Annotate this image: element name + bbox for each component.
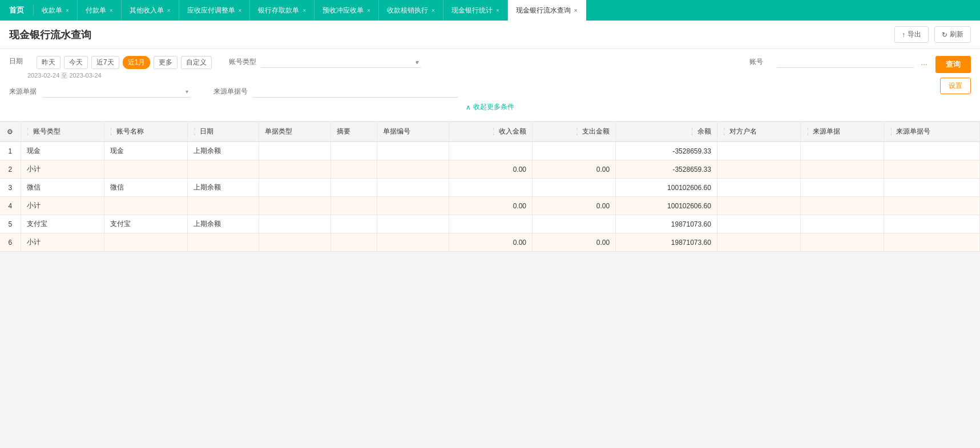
nav-tab-2[interactable]: 其他收入单 ×: [122, 0, 179, 21]
table-cell-doc_type: [259, 142, 330, 160]
table-row-num: 1: [0, 142, 21, 160]
refresh-button[interactable]: ↻ 刷新: [934, 26, 971, 43]
table-cell-expense: [533, 142, 616, 160]
close-icon[interactable]: ×: [239, 7, 242, 14]
table-cell-source_doc: [800, 215, 884, 233]
table-cell-source_doc: [800, 197, 884, 215]
table-cell-counterpart: [717, 142, 800, 160]
table-cell-expense: 0.00: [533, 197, 616, 215]
col-income[interactable]: ↑↓ 收入金额: [449, 122, 532, 142]
nav-tab-3[interactable]: 应收应付调整单 ×: [179, 0, 251, 21]
table-cell-source_doc: [800, 160, 884, 179]
table-cell-balance: 100102606.60: [616, 197, 717, 215]
source-doc-wrapper: 来源单据 ▾: [9, 86, 191, 98]
close-icon[interactable]: ×: [66, 7, 69, 14]
col-date[interactable]: ↑↓ 日期: [187, 122, 259, 142]
table-cell-expense: 0.00: [533, 160, 616, 179]
filter-row2: 来源单据 ▾ 来源单据号: [9, 86, 930, 98]
col-summary[interactable]: 摘要: [330, 122, 377, 142]
export-button[interactable]: ↑ 导出: [894, 26, 929, 43]
col-acct-name[interactable]: ↑↓ 账号名称: [104, 122, 187, 142]
close-icon[interactable]: ×: [167, 7, 171, 14]
table-cell-doc_no: [377, 197, 449, 215]
nav-tab-4[interactable]: 银行存取款单 ×: [250, 0, 314, 21]
source-doc-no-input[interactable]: [252, 86, 458, 98]
table-cell-date: [187, 160, 259, 179]
table-cell-source_doc_no: [884, 197, 980, 215]
table-cell-summary: [330, 197, 377, 215]
gear-icon[interactable]: ⚙: [7, 128, 13, 136]
nav-tab-1[interactable]: 付款单 ×: [78, 0, 122, 21]
settings-button[interactable]: 设置: [940, 78, 971, 94]
nav-tab-0[interactable]: 收款单 ×: [34, 0, 78, 21]
col-doc-type[interactable]: 单据类型: [259, 122, 330, 142]
date-btn-more[interactable]: 更多: [154, 56, 178, 69]
nav-tab-5[interactable]: 预收冲应收单 ×: [314, 0, 379, 21]
table-row-num: 2: [0, 160, 21, 179]
table-cell-source_doc: [800, 179, 884, 197]
acct-no-ellipsis[interactable]: ...: [918, 58, 930, 67]
close-icon[interactable]: ×: [431, 7, 435, 14]
table-row-num: 6: [0, 233, 21, 252]
source-doc-label: 来源单据: [9, 87, 37, 96]
table-cell-date: 上期余额: [187, 179, 259, 197]
nav-tab-7[interactable]: 现金银行统计 ×: [443, 0, 508, 21]
table-cell-acct_type: 现金: [21, 142, 104, 160]
page-header: 现金银行流水查询 ↑ 导出 ↻ 刷新: [0, 21, 980, 49]
table-cell-doc_no: [377, 179, 449, 197]
date-btn-custom[interactable]: 自定义: [181, 56, 212, 69]
col-balance[interactable]: ↑↓ 余额: [616, 122, 717, 142]
collapse-bar[interactable]: ∧ 收起更多条件: [9, 100, 971, 114]
nav-tab-6[interactable]: 收款核销执行 ×: [379, 0, 443, 21]
col-counterpart[interactable]: ↑↓ 对方户名: [717, 122, 800, 142]
table-cell-source_doc_no: [884, 215, 980, 233]
refresh-icon: ↻: [942, 31, 947, 39]
source-doc-select[interactable]: [42, 86, 191, 97]
acct-type-label: 账号类型: [229, 57, 256, 67]
close-icon[interactable]: ×: [496, 7, 499, 14]
filter-buttons: 查询 设置: [930, 56, 971, 98]
table-row-num: 5: [0, 215, 21, 233]
table-cell-acct_name: [104, 160, 187, 179]
acct-no-input[interactable]: [777, 56, 914, 68]
close-icon[interactable]: ×: [574, 7, 578, 14]
close-icon[interactable]: ×: [367, 7, 370, 14]
col-expense[interactable]: ↑↓ 支出金额: [533, 122, 616, 142]
date-btn-today[interactable]: 今天: [64, 56, 88, 69]
query-button[interactable]: 查询: [935, 56, 971, 73]
nav-home[interactable]: 首页: [0, 5, 34, 15]
data-table: ⚙ ↑↓ 账号类型 ↑↓ 账号名称 ↑↓ 日期 单据类型 摘: [0, 122, 980, 252]
acct-no-section: 账号 ...: [749, 56, 930, 68]
table-cell-expense: 0.00: [533, 233, 616, 252]
table-cell-doc_type: [259, 215, 330, 233]
col-gear[interactable]: ⚙: [0, 122, 21, 142]
filter-area: 日期 昨天 今天 近7天 近1月 更多 自定义 2023-02-24 至 202…: [0, 49, 980, 122]
close-icon[interactable]: ×: [110, 7, 113, 14]
date-btn-1month[interactable]: 近1月: [123, 56, 151, 69]
nav-tab-8[interactable]: 现金银行流水查询 ×: [508, 0, 586, 21]
table-cell-doc_no: [377, 215, 449, 233]
table-cell-acct_name: [104, 233, 187, 252]
table-cell-doc_type: [259, 233, 330, 252]
date-btn-7days[interactable]: 近7天: [91, 56, 119, 69]
table-cell-doc_no: [377, 233, 449, 252]
col-acct-type[interactable]: ↑↓ 账号类型: [21, 122, 104, 142]
col-source-doc-no[interactable]: ↑↓ 来源单据号: [884, 122, 980, 142]
date-btn-yesterday[interactable]: 昨天: [37, 56, 61, 69]
table-cell-acct_name: 微信: [104, 179, 187, 197]
table-cell-source_doc: [800, 233, 884, 252]
source-doc-no-label: 来源单据号: [213, 87, 248, 96]
table-cell-acct_type: 支付宝: [21, 215, 104, 233]
acct-type-select-wrapper: [261, 56, 421, 68]
acct-type-select[interactable]: [261, 56, 421, 68]
acct-type-section: 账号类型 ▾: [229, 56, 732, 68]
table-row-num: 4: [0, 197, 21, 215]
table-cell-date: 上期余额: [187, 142, 259, 160]
table-cell-date: [187, 233, 259, 252]
col-source-doc[interactable]: ↑↓ 来源单据: [800, 122, 884, 142]
table-cell-source_doc_no: [884, 179, 980, 197]
col-doc-no[interactable]: 单据编号: [377, 122, 449, 142]
close-icon[interactable]: ×: [303, 7, 306, 14]
top-nav: 首页 收款单 × 付款单 × 其他收入单 × 应收应付调整单 × 银行存取款单 …: [0, 0, 980, 21]
table-cell-summary: [330, 215, 377, 233]
